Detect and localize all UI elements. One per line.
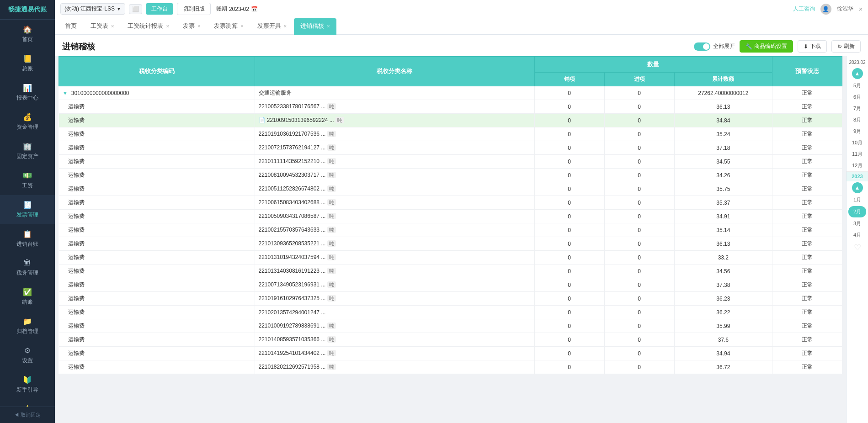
sidebar-item-assets[interactable]: 🏢 固定资产 (0, 137, 55, 166)
cal-month-11[interactable]: 11月 (847, 148, 868, 160)
salary-icon: 💵 (23, 171, 32, 180)
page-header: 进销稽核 全部展开 🔧 商品编码设置 ⬇ 下载 ↻ 刷新 (55, 35, 868, 56)
col-cumulative-header: 累计数额 (674, 73, 772, 86)
sidebar-item-label: 资金管理 (16, 123, 38, 131)
tab-home[interactable]: 首页 (59, 18, 83, 35)
table-row: 运输费 22101419254101434402 ... 吨 0 0 34.94… (59, 347, 842, 360)
product-code-settings-button[interactable]: 🔧 商品编码设置 (740, 40, 793, 53)
cal-month-9[interactable]: 9月 (847, 126, 868, 137)
tab-invoice-calc[interactable]: 发票测算 × (208, 18, 250, 35)
tab-salary-stats-label: 工资统计报表 (128, 22, 163, 30)
expand-toggle-label: 全部展开 (713, 42, 735, 50)
invoice-number: 22101916102976437325 ... (259, 295, 326, 301)
cell-status: 正常 (772, 237, 842, 251)
sidebar-item-home[interactable]: 🏠 首页 (0, 20, 55, 49)
cell-invoice-no: 22101309365208535221 ... 吨 (255, 237, 534, 251)
tab-invoice[interactable]: 发票 × (176, 18, 207, 35)
cell-cumulative: 34.55 (674, 155, 772, 169)
topbar-close-button[interactable]: × (859, 5, 863, 13)
tab-salary-stats[interactable]: 工资统计报表 × (121, 18, 175, 35)
cal-month-1[interactable]: 1月 (847, 194, 868, 206)
file-icon[interactable]: 📄 (259, 117, 266, 123)
cal-month-7[interactable]: 7月 (847, 103, 868, 114)
invoice-number: 22101111143592152210 ... (259, 158, 326, 164)
sidebar-item-member[interactable]: ⭐ 畅会员 (0, 399, 55, 407)
cell-tax-name: 运输费 (59, 237, 255, 251)
tab-invoice-calc-close[interactable]: × (240, 23, 243, 29)
cal-month-3[interactable]: 3月 (847, 218, 868, 229)
tab-salary-label: 工资表 (91, 22, 108, 30)
assets-icon: 🏢 (23, 142, 32, 151)
tab-reconcile[interactable]: 进销稽核 × (294, 18, 336, 35)
tab-salary-stats-close[interactable]: × (166, 23, 169, 29)
cell-cumulative: 36.72 (674, 360, 772, 374)
switch-old-button[interactable]: 切到旧版 (177, 3, 211, 15)
sidebar-item-purchase-sales[interactable]: 📋 进销台账 (0, 224, 55, 254)
col-tax-code-header: 税收分类编码 (59, 57, 255, 86)
tax-mgmt-icon: 🏛 (24, 259, 31, 267)
tab-salary[interactable]: 工资表 × (84, 18, 120, 35)
tab-invoice-open[interactable]: 发票开具 × (251, 18, 293, 35)
cell-tax-name: 运输费 (59, 196, 255, 210)
topbar-right: 人工咨询 👤 徐涩华 × (793, 4, 863, 15)
sidebar-item-ledger[interactable]: 📒 总账 (0, 49, 55, 78)
calendar-panel: 2023.02 ▲ 5月 6月 7月 8月 9月 10月 11月 12月 202… (846, 56, 868, 423)
sidebar-item-invoice-mgmt[interactable]: 🧾 发票管理 (0, 195, 55, 224)
sidebar-item-report[interactable]: 📊 报表中心 (0, 78, 55, 107)
cell-invoice-no: 22101314030816191223 ... 吨 (255, 264, 534, 278)
cal-month-6[interactable]: 6月 (847, 91, 868, 103)
company-selector[interactable]: (勿动) 江西报宝-LSS ▼ (60, 3, 125, 15)
cell-status: 正常 (772, 141, 842, 155)
cell-status: 正常 (772, 155, 842, 169)
refresh-button[interactable]: ↻ 刷新 (831, 40, 861, 53)
cell-invoice-no: 22100523381780176567 ... 吨 (255, 100, 534, 114)
sidebar-item-label: 固定资产 (16, 153, 38, 160)
cell-invoice-no: 22101310194324037594 ... 吨 (255, 251, 534, 264)
cal-month-4[interactable]: 4月 (847, 229, 868, 241)
tab-reconcile-close[interactable]: × (327, 23, 330, 29)
cell-sales: 0 (534, 182, 604, 196)
cal-month-2-active[interactable]: 2月 (848, 206, 866, 217)
unit-tag: 吨 (327, 131, 336, 137)
tab-invoice-open-close[interactable]: × (284, 23, 287, 29)
unit-tag: 吨 (335, 117, 344, 123)
sidebar-item-settlement[interactable]: ✅ 结账 (0, 282, 55, 312)
support-link[interactable]: 人工咨询 (793, 5, 815, 13)
table-row: 运输费 22100215570357643633 ... 吨 0 0 35.14… (59, 223, 842, 237)
tab-reconcile-label: 进销稽核 (300, 22, 324, 30)
copy-company-button[interactable]: ⬜ (129, 4, 142, 14)
table-row: 运输费 22102013574294001247 ... 0 0 36.22 正… (59, 306, 842, 319)
tab-invoice-close[interactable]: × (197, 23, 200, 29)
cell-sales: 0 (534, 155, 604, 169)
download-button[interactable]: ⬇ 下载 (798, 40, 827, 53)
cell-cumulative: 36.13 (674, 237, 772, 251)
cal-up-button[interactable]: ▲ (852, 68, 863, 79)
unit-tag: 吨 (327, 364, 336, 370)
cal-month-5[interactable]: 5月 (847, 80, 868, 91)
sidebar-item-tax-mgmt[interactable]: 🏛 税务管理 (0, 254, 55, 282)
sidebar-item-salary[interactable]: 💵 工资 (0, 166, 55, 195)
cal-month-8[interactable]: 8月 (847, 114, 868, 126)
cell-tax-name: 运输费 (59, 264, 255, 278)
calendar-icon[interactable]: 📅 (251, 6, 258, 12)
workspace-button[interactable]: 工作台 (146, 3, 173, 15)
product-code-icon: 🔧 (746, 43, 752, 50)
cal-down-button[interactable]: ▲ (852, 182, 863, 193)
cal-month-12[interactable]: 12月 (847, 160, 868, 171)
cal-month-10[interactable]: 10月 (847, 137, 868, 148)
tab-salary-close[interactable]: × (111, 23, 114, 29)
cell-status: 正常 (772, 86, 842, 100)
sidebar-item-capital[interactable]: 💰 资金管理 (0, 107, 55, 137)
expand-arrow[interactable]: ▼ (63, 90, 68, 96)
sidebar-item-label: 报表中心 (16, 94, 38, 102)
sidebar-item-archive[interactable]: 📁 归档管理 (0, 312, 55, 341)
tabbar: 首页 工资表 × 工资统计报表 × 发票 × 发票测算 × 发票开具 × 进销稽… (55, 18, 868, 35)
sidebar-item-guide[interactable]: 🔰 新手引导 (0, 370, 55, 399)
cell-cumulative: 37.38 (674, 278, 772, 292)
cell-status: 正常 (772, 182, 842, 196)
sidebar-unpin[interactable]: ◀ 取消固定 (0, 407, 55, 423)
cell-input: 0 (604, 347, 674, 360)
expand-toggle[interactable] (694, 42, 710, 51)
cell-cumulative: 37.18 (674, 141, 772, 155)
sidebar-item-settings[interactable]: ⚙ 设置 (0, 341, 55, 370)
